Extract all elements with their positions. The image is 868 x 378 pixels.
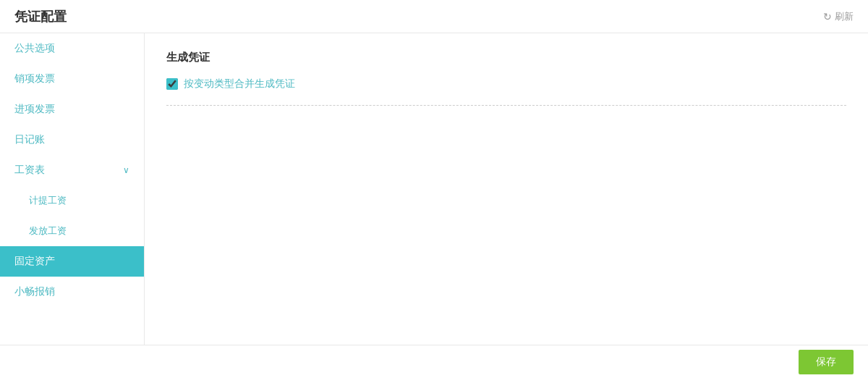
- sidebar: 公共选项 销项发票 进项发票 日记账 工资表 ∨ 计提工资 发放工资 固定资产 …: [0, 33, 145, 345]
- sidebar-item-expense-report[interactable]: 小畅报销: [0, 277, 144, 307]
- sidebar-item-fixed-assets[interactable]: 固定资产: [0, 246, 144, 277]
- sidebar-item-label: 进项发票: [14, 103, 55, 116]
- sidebar-item-sales-invoice[interactable]: 销项发票: [0, 64, 144, 94]
- page-footer: 保存: [0, 345, 868, 378]
- section-divider: [166, 105, 846, 106]
- sidebar-item-label: 发放工资: [29, 224, 67, 238]
- sidebar-item-label: 计提工资: [29, 194, 67, 207]
- sidebar-item-journal[interactable]: 日记账: [0, 125, 144, 155]
- sidebar-item-label: 工资表: [14, 164, 45, 177]
- sidebar-item-label: 固定资产: [14, 255, 55, 268]
- sidebar-item-label: 销项发票: [14, 72, 55, 85]
- save-button[interactable]: 保存: [799, 350, 854, 374]
- sidebar-item-purchase-invoice[interactable]: 进项发票: [0, 94, 144, 125]
- page-title: 凭证配置: [14, 8, 67, 25]
- refresh-icon: ↻: [823, 11, 832, 22]
- chevron-down-icon: ∨: [123, 165, 129, 175]
- refresh-button[interactable]: ↻ 刷新: [823, 10, 854, 23]
- sidebar-item-calc-salary[interactable]: 计提工资: [0, 185, 144, 216]
- content-area: 生成凭证 按变动类型合并生成凭证: [145, 33, 868, 345]
- sidebar-item-label: 日记账: [14, 133, 45, 146]
- merge-voucher-checkbox[interactable]: [166, 78, 178, 90]
- sidebar-item-pay-salary[interactable]: 发放工资: [0, 216, 144, 246]
- merge-voucher-label[interactable]: 按变动类型合并生成凭证: [184, 77, 295, 91]
- refresh-label: 刷新: [835, 10, 854, 23]
- sidebar-item-label: 小畅报销: [14, 285, 55, 298]
- sidebar-item-payroll-table[interactable]: 工资表 ∨: [0, 155, 144, 185]
- sidebar-item-public-options[interactable]: 公共选项: [0, 33, 144, 64]
- sidebar-item-label: 公共选项: [14, 42, 55, 55]
- main-layout: 公共选项 销项发票 进项发票 日记账 工资表 ∨ 计提工资 发放工资 固定资产 …: [0, 33, 868, 345]
- checkbox-row: 按变动类型合并生成凭证: [166, 77, 846, 91]
- section-title: 生成凭证: [166, 51, 846, 64]
- page-header: 凭证配置 ↻ 刷新: [0, 0, 868, 33]
